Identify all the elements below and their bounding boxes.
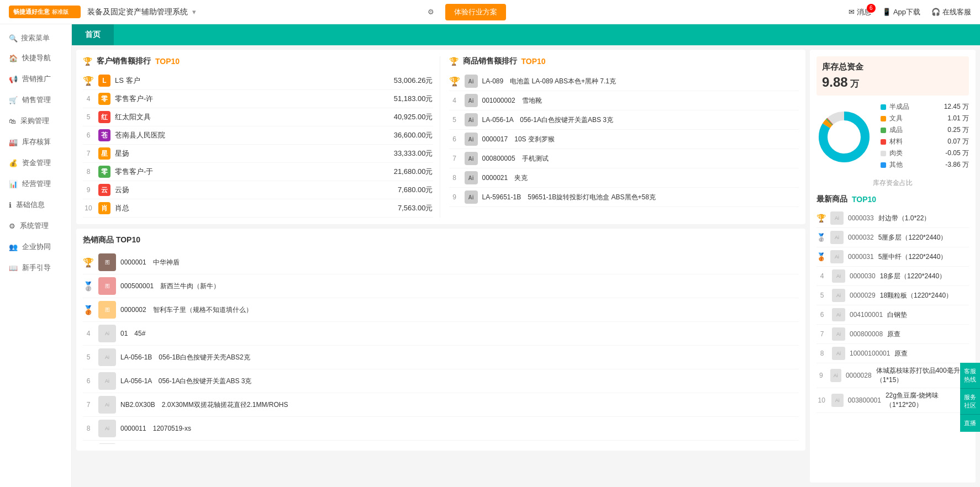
customer-ranking-title: 🏆 客户销售额排行 TOP10 xyxy=(83,56,433,66)
search-menu-label: 搜索菜单 xyxy=(21,33,50,43)
sidebar-label-2: 销售管理 xyxy=(22,95,51,105)
headset-icon: 🎧 xyxy=(931,8,940,16)
sidebar-item-basic-info[interactable]: ℹ 基础信息 xyxy=(0,194,71,215)
logo-sub: 标准版 xyxy=(52,8,69,16)
prod-img-7: Ai xyxy=(465,190,478,204)
nav-tabs: 首页 xyxy=(72,24,980,45)
sidebar-item-operations[interactable]: 📊 经营管理 xyxy=(0,173,71,194)
avatar-8: 肖 xyxy=(98,202,110,214)
sidebar-label-9: 企业协同 xyxy=(22,242,51,252)
logo-text: 畅捷通好生意 xyxy=(13,8,50,16)
customer-ranking: 🏆 客户销售额排行 TOP10 🏆 L LS 客户 53,006.26元 xyxy=(83,56,440,218)
logo: 畅捷通好生意 标准版 xyxy=(9,6,81,18)
legend-item-2: 成品 0.25 万 xyxy=(881,125,969,135)
new-row-6: 6 Ai 004100001 白钢垫 xyxy=(816,305,969,325)
tab-home[interactable]: 首页 xyxy=(72,24,114,45)
hot-img-7: Ai xyxy=(98,396,116,414)
chart-area: 半成品 12.45 万 文具 1.01 万 成品 0.25 万 xyxy=(816,102,969,172)
sidebar-item-finance[interactable]: 💰 资金管理 xyxy=(0,152,71,173)
content-area: 🏆 客户销售额排行 TOP10 🏆 L LS 客户 53,006.26元 xyxy=(72,45,980,487)
prod-img-4: Ai xyxy=(465,133,478,146)
guide-icon: 📖 xyxy=(9,264,18,272)
new-img-3: Ai xyxy=(830,250,844,263)
avatar-3: 红 xyxy=(98,111,110,123)
chart-icon: 📊 xyxy=(9,180,18,188)
donut-chart xyxy=(816,109,872,165)
new-img-1: Ai xyxy=(830,211,844,225)
message-icon: ✉ xyxy=(849,8,855,16)
hot-img-3: 图 xyxy=(98,301,116,319)
inventory-box: 库存总资金 9.88 万 xyxy=(816,56,969,96)
avatar-4: 苍 xyxy=(98,129,110,141)
sidebar-item-inventory[interactable]: 🏭 库存核算 xyxy=(0,131,71,152)
hot-row-1: 🏆 图 0000001 中华神盾 xyxy=(83,251,799,274)
avatar-1: L xyxy=(98,75,110,87)
new-row-9: 9 Ai 0000028 体城荔枝味苏打饮品400毫升（1*15） xyxy=(816,363,969,388)
hot-row-9: 9 Ai KK-SD22110H 花语萌值温分离裤袜（厚款） xyxy=(83,441,799,444)
online-label: 在线客服 xyxy=(942,7,971,17)
hot-products-list: 🏆 图 0000001 中华神盾 🥈 图 000500001 新西兰牛肉（新 xyxy=(83,251,799,444)
sidebar-item-guide[interactable]: 📖 新手引导 xyxy=(0,257,71,278)
sidebar-item-quicknav[interactable]: 🏠 快捷导航 xyxy=(0,47,71,68)
online-service-button[interactable]: 🎧 在线客服 xyxy=(931,7,971,17)
sidebar-label-6: 经营管理 xyxy=(22,179,51,189)
trial-button[interactable]: 体验行业方案 xyxy=(445,4,506,20)
avatar-6: 零 xyxy=(98,166,110,178)
settings-icon[interactable]: ⚙ xyxy=(423,4,439,20)
new-img-4: Ai xyxy=(832,269,845,283)
speaker-icon: 📢 xyxy=(9,75,18,83)
sidebar-item-marketing[interactable]: 📢 营销推广 xyxy=(0,68,71,89)
new-img-5: Ai xyxy=(832,289,845,302)
info-icon: ℹ xyxy=(9,201,12,209)
product-rank-6: 8 Ai 0000021 夹克 xyxy=(449,168,799,188)
right-panel: 库存总资金 9.88 万 xyxy=(810,50,976,483)
product-rank-7: 9 Ai LA-59651-1B 59651-1B旋转投影灯电池盒 ABS黑色+… xyxy=(449,188,799,207)
float-btn-community[interactable]: 服务社区 xyxy=(960,389,980,415)
hot-row-3: 🥉 图 0000002 智利车子里（规格不知道填什么） xyxy=(83,298,799,322)
inventory-unit: 万 xyxy=(850,78,859,90)
phone-icon: 📱 xyxy=(882,8,891,16)
inventory-amount-row: 9.88 万 xyxy=(822,75,963,90)
search-menu[interactable]: 🔍 搜索菜单 xyxy=(0,29,71,47)
sidebar-item-purchase[interactable]: 🛍 采购管理 xyxy=(0,110,71,131)
product-rank-5: 7 Ai 000800005 手机测试 xyxy=(449,149,799,168)
sidebar-item-sales[interactable]: 🛒 销售管理 xyxy=(0,89,71,110)
layout: 🔍 搜索菜单 🏠 快捷导航 📢 营销推广 🛒 销售管理 🛍 采购管理 🏭 库存核… xyxy=(0,24,980,487)
sidebar-item-system[interactable]: ⚙ 系统管理 xyxy=(0,215,71,236)
product-rank-2: 4 Ai 001000002 雪地靴 xyxy=(449,91,799,110)
float-btn-service[interactable]: 客服热线 xyxy=(960,363,980,389)
app-download-button[interactable]: 📱 App下载 xyxy=(882,7,920,17)
legend-item-1: 文具 1.01 万 xyxy=(881,114,969,123)
legend-item-5: 其他 -3.86 万 xyxy=(881,160,969,170)
hot-img-8: Ai xyxy=(98,420,116,437)
new-products: 最新商品 TOP10 🏆 Ai 0000033 封边带（1.0*22） 🥈 Ai… xyxy=(816,194,969,413)
system-selector[interactable]: 装备及固定资产辅助管理系统 ▾ xyxy=(87,7,417,17)
legend-item-3: 材料 0.07 万 xyxy=(881,137,969,146)
home-icon: 🏠 xyxy=(9,54,18,62)
avatar-7: 云 xyxy=(98,184,110,196)
float-btn-live[interactable]: 直播 xyxy=(960,415,980,432)
hot-products-title: 热销商品 TOP10 xyxy=(83,235,799,245)
customer-rank-1: 🏆 L LS 客户 53,006.26元 xyxy=(83,72,433,90)
team-icon: 👥 xyxy=(9,243,18,251)
message-button[interactable]: ✉ 消息 6 xyxy=(849,7,871,17)
new-row-4: 4 Ai 0000030 18多层（1220*2440） xyxy=(816,267,969,286)
left-mid-area: 🏆 客户销售额排行 TOP10 🏆 L LS 客户 53,006.26元 xyxy=(72,45,810,487)
settings-icon2: ⚙ xyxy=(9,222,15,230)
customer-rank-6: 8 零 零售客户-于 21,680.00元 xyxy=(83,163,433,181)
search-icon: 🔍 xyxy=(9,34,18,43)
chevron-down-icon[interactable]: ▾ xyxy=(192,8,196,16)
new-img-9: Ai xyxy=(830,369,841,382)
new-img-7: Ai xyxy=(832,327,845,341)
customer-rank-3: 5 红 红太阳文具 40,925.00元 xyxy=(83,108,433,126)
new-row-2: 🥈 Ai 0000032 5厘多层（1220*2440） xyxy=(816,228,969,247)
main: 首页 🏆 客户销售额排行 TOP10 xyxy=(72,24,980,487)
sidebar-item-enterprise[interactable]: 👥 企业协同 xyxy=(0,236,71,257)
avatar-5: 星 xyxy=(98,147,110,160)
new-row-7: 7 Ai 000800008 原查 xyxy=(816,325,969,344)
new-row-3: 🥉 Ai 0000031 5厘中纤（1220*2440） xyxy=(816,247,969,267)
hot-row-7: 7 Ai NB2.0X30B 2.0X30MM双搓花轴搓花直径2.1MM/ROH… xyxy=(83,393,799,417)
product-rank-1: 🏆 Ai LA-089 电池盖 LA-089 ABS本色+黑种 7.1克 xyxy=(449,72,799,91)
prod-img-5: Ai xyxy=(465,152,478,165)
hot-img-5: Ai xyxy=(98,348,116,366)
